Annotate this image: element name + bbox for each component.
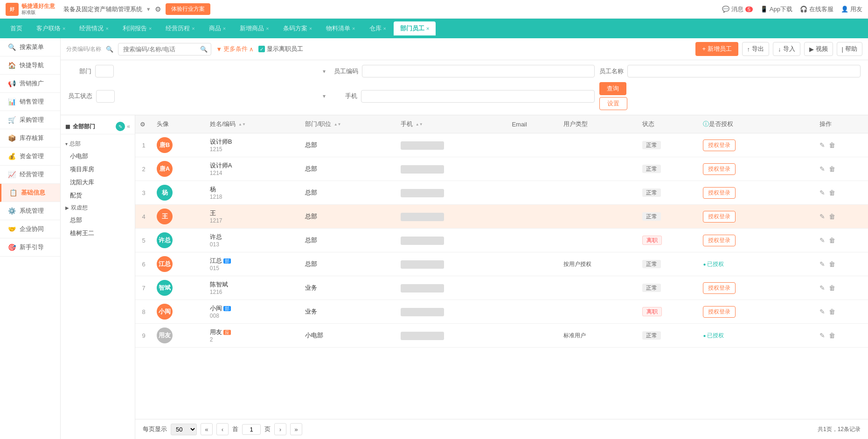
delete-icon[interactable]: 🗑 xyxy=(829,308,835,315)
last-page-btn[interactable]: » xyxy=(290,423,302,435)
dept-edit-icon[interactable]: ✎ xyxy=(116,122,125,131)
phone-filter-input[interactable] xyxy=(361,90,595,103)
edit-icon[interactable]: ✎ xyxy=(819,332,825,339)
edit-icon[interactable]: ✎ xyxy=(819,189,825,196)
online-service-btn[interactable]: 🎧 在线客服 xyxy=(800,5,833,14)
search-input[interactable] xyxy=(118,43,211,56)
more-filter-btn[interactable]: ▼ 更多条件 ∧ xyxy=(216,45,254,53)
code-filter-input[interactable] xyxy=(362,65,595,77)
settings-icon[interactable]: ⚙ xyxy=(155,5,161,14)
close-icon[interactable]: × xyxy=(149,26,152,31)
close-icon[interactable]: × xyxy=(223,26,226,31)
sidebar-item-sales[interactable]: 📊 销售管理 xyxy=(0,93,60,111)
sidebar-item-collab[interactable]: 🤝 企业协同 xyxy=(0,220,60,238)
dept-child-peihuo[interactable]: 配货 xyxy=(61,189,135,202)
delete-icon[interactable]: 🗑 xyxy=(829,213,835,220)
delete-icon[interactable]: 🗑 xyxy=(829,284,835,292)
close-icon[interactable]: × xyxy=(266,26,269,31)
search-submit-icon[interactable]: 🔍 xyxy=(200,46,208,53)
message-btn[interactable]: 💬 消息 5 xyxy=(722,5,753,14)
sidebar-item-purchase[interactable]: 🛒 采购管理 xyxy=(0,111,60,129)
trial-button[interactable]: 体验行业方案 xyxy=(166,3,210,15)
export-button[interactable]: ↑ 导出 xyxy=(742,42,770,56)
delete-icon[interactable]: 🗑 xyxy=(829,332,835,339)
auth-login-btn[interactable]: 授权登录 xyxy=(703,306,736,318)
tab-business[interactable]: 经营情况 × xyxy=(73,21,115,35)
sidebar-item-search[interactable]: 🔍 搜索菜单 xyxy=(0,38,60,56)
tab-profit[interactable]: 利润报告 × xyxy=(116,21,158,35)
sidebar-item-nav[interactable]: 🏠 快捷导航 xyxy=(0,56,60,75)
dept-collapse-icon[interactable]: « xyxy=(127,123,130,130)
tab-home[interactable]: 首页 xyxy=(4,21,29,35)
view-button[interactable]: ▶ 视频 xyxy=(804,42,833,56)
sidebar-item-finance[interactable]: 💰 资金管理 xyxy=(0,147,60,166)
tab-bom[interactable]: 物料清单 × xyxy=(319,21,361,35)
tab-warehouse[interactable]: 仓库 × xyxy=(363,21,393,35)
edit-icon[interactable]: ✎ xyxy=(819,308,825,315)
close-icon[interactable]: × xyxy=(62,26,65,31)
delete-icon[interactable]: 🗑 xyxy=(829,189,835,196)
delete-icon[interactable]: 🗑 xyxy=(829,260,835,268)
tab-dept-staff[interactable]: 部门员工 × xyxy=(394,21,436,35)
next-page-btn[interactable]: › xyxy=(274,423,286,435)
dept-child-shenyang[interactable]: 沈阳大库 xyxy=(61,176,135,189)
page-input[interactable] xyxy=(242,424,261,435)
auth-login-btn[interactable]: 授权登录 xyxy=(703,211,736,223)
edit-icon[interactable]: ✎ xyxy=(819,213,825,220)
settings-icon[interactable]: ⚙ xyxy=(140,121,146,128)
auth-login-btn[interactable]: 授权登录 xyxy=(703,235,736,246)
sidebar-item-inventory[interactable]: 📦 库存核算 xyxy=(0,129,60,147)
auth-login-btn[interactable]: 授权登录 xyxy=(703,187,736,199)
search-icon-small[interactable]: 🔍 xyxy=(106,46,113,53)
add-employee-button[interactable]: + 新增员工 xyxy=(695,42,738,56)
edit-icon[interactable]: ✎ xyxy=(819,260,825,268)
td-auth: 授权登录 xyxy=(698,205,787,229)
auth-login-btn[interactable]: 授权登录 xyxy=(703,139,736,151)
tab-product[interactable]: 商品 × xyxy=(202,21,232,35)
status-select[interactable] xyxy=(96,90,115,103)
set-button[interactable]: 设置 xyxy=(599,97,627,110)
show-resigned-toggle[interactable]: ✓ 显示离职员工 xyxy=(258,45,303,53)
close-icon[interactable]: × xyxy=(383,26,386,31)
edit-icon[interactable]: ✎ xyxy=(819,284,825,292)
sidebar-item-guide[interactable]: 🎯 新手引导 xyxy=(0,238,60,257)
first-page-btn[interactable]: « xyxy=(201,423,213,435)
tab-new-product[interactable]: 新增商品 × xyxy=(233,21,275,35)
sidebar-item-basic[interactable]: 📋 基础信息 xyxy=(0,184,60,202)
delete-icon[interactable]: 🗑 xyxy=(829,237,835,244)
close-icon[interactable]: × xyxy=(309,26,312,31)
sidebar-item-marketing[interactable]: 📢 营销推广 xyxy=(0,75,60,93)
query-button[interactable]: 查询 xyxy=(599,82,626,95)
sidebar-item-system[interactable]: ⚙️ 系统管理 xyxy=(0,202,60,220)
dept-select[interactable] xyxy=(95,65,114,77)
dept-child-project[interactable]: 项目库房 xyxy=(61,163,135,176)
delete-icon[interactable]: 🗑 xyxy=(829,141,835,149)
sidebar-item-operation[interactable]: 📈 经营管理 xyxy=(0,166,60,184)
help-button[interactable]: | 帮助 xyxy=(837,42,862,56)
close-icon[interactable]: × xyxy=(352,26,355,31)
user-avatar[interactable]: 👤 用友 xyxy=(841,5,862,14)
edit-icon[interactable]: ✎ xyxy=(819,141,825,149)
dept-child-xiaodian[interactable]: 小电部 xyxy=(61,150,135,163)
tab-customer[interactable]: 客户联络 × xyxy=(30,21,72,35)
tab-barcode[interactable]: 条码方案 × xyxy=(277,21,319,35)
tab-history[interactable]: 经营历程 × xyxy=(159,21,201,35)
edit-icon[interactable]: ✎ xyxy=(819,165,825,173)
dept-child-zongbu[interactable]: 总部 xyxy=(61,214,135,227)
close-icon[interactable]: × xyxy=(426,26,429,31)
import-button[interactable]: ↓ 导入 xyxy=(773,42,800,56)
delete-icon[interactable]: 🗑 xyxy=(829,165,835,173)
prev-page-btn[interactable]: ‹ xyxy=(216,423,229,435)
close-icon[interactable]: × xyxy=(105,26,108,31)
dept-child-zhishu[interactable]: 植树王二 xyxy=(61,227,135,240)
app-download-btn[interactable]: 📱 App下载 xyxy=(760,5,792,14)
auth-login-btn[interactable]: 授权登录 xyxy=(703,163,736,175)
name-filter-input[interactable] xyxy=(627,65,861,77)
close-icon[interactable]: × xyxy=(192,26,194,31)
per-page-select[interactable]: 50 100 xyxy=(171,424,197,435)
chevron-down-icon[interactable]: ▾ xyxy=(147,6,150,13)
auth-login-btn[interactable]: 授权登录 xyxy=(703,282,736,294)
dept-group-label-shuang[interactable]: ▶ 双虚想 xyxy=(61,202,135,214)
edit-icon[interactable]: ✎ xyxy=(819,237,825,244)
dept-group-label-head[interactable]: ▾ 总部 xyxy=(61,138,135,150)
